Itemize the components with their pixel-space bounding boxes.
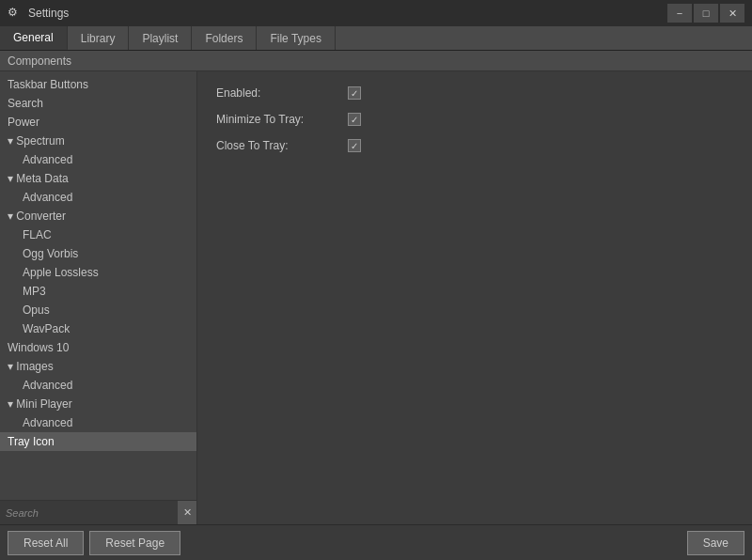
setting-row-close: Close To Tray: xyxy=(216,139,733,152)
list-item[interactable]: Windows 10 xyxy=(0,338,196,357)
tab-folders[interactable]: Folders xyxy=(192,26,257,50)
minimize-button[interactable]: − xyxy=(667,4,692,23)
checkbox-enabled[interactable] xyxy=(348,86,361,100)
checkbox-minimize[interactable] xyxy=(348,113,361,126)
checkbox-wrap-enabled xyxy=(348,86,361,100)
list-item[interactable]: Apple Lossless xyxy=(0,263,196,282)
bottombar-left: Reset All Reset Page xyxy=(8,531,180,555)
setting-label-minimize: Minimize To Tray: xyxy=(216,113,348,126)
list-item[interactable]: Opus xyxy=(0,301,196,319)
checkbox-close[interactable] xyxy=(348,139,361,152)
tab-general[interactable]: General xyxy=(0,26,68,50)
reset-page-button[interactable]: Reset Page xyxy=(89,531,180,555)
bottombar: Reset All Reset Page Save xyxy=(0,524,752,560)
right-panel: Enabled: Minimize To Tray: Close To Tray… xyxy=(197,71,752,524)
components-header: Components xyxy=(0,51,752,71)
list-item[interactable]: ▾ Meta Data xyxy=(0,169,196,188)
reset-all-button[interactable]: Reset All xyxy=(8,531,84,555)
list-item[interactable]: ▾ Spectrum xyxy=(0,132,196,150)
search-input[interactable] xyxy=(0,507,178,519)
content-area: Taskbar Buttons Search Power ▾ Spectrum … xyxy=(0,71,752,524)
setting-row-minimize: Minimize To Tray: xyxy=(216,113,733,126)
sidebar-list: Taskbar Buttons Search Power ▾ Spectrum … xyxy=(0,71,196,500)
list-item[interactable]: MP3 xyxy=(0,282,196,301)
setting-label-close: Close To Tray: xyxy=(216,139,348,152)
list-item[interactable]: ▾ Images xyxy=(0,357,196,376)
list-item[interactable]: WavPack xyxy=(0,319,196,338)
maximize-button[interactable]: □ xyxy=(694,4,718,23)
window-title: Settings xyxy=(28,7,667,20)
setting-row-enabled: Enabled: xyxy=(216,86,733,100)
list-item[interactable]: Advanced xyxy=(0,376,196,395)
list-item[interactable]: ▾ Mini Player xyxy=(0,395,196,413)
search-clear-button[interactable]: ✕ xyxy=(178,501,196,524)
sidebar: Taskbar Buttons Search Power ▾ Spectrum … xyxy=(0,71,197,524)
tab-library[interactable]: Library xyxy=(68,26,130,50)
checkbox-wrap-minimize xyxy=(348,113,361,126)
list-item[interactable]: Advanced xyxy=(0,150,196,169)
list-item[interactable]: Search xyxy=(0,94,196,113)
list-item[interactable]: Advanced xyxy=(0,413,196,432)
list-item[interactable]: Power xyxy=(0,113,196,132)
list-item[interactable]: Taskbar Buttons xyxy=(0,75,196,94)
checkbox-wrap-close xyxy=(348,139,361,152)
sidebar-search: ✕ xyxy=(0,500,196,524)
tab-filetypes[interactable]: File Types xyxy=(257,26,335,50)
titlebar: ⚙ Settings − □ ✕ xyxy=(0,0,752,26)
tab-playlist[interactable]: Playlist xyxy=(129,26,192,50)
close-button[interactable]: ✕ xyxy=(720,4,744,23)
setting-label-enabled: Enabled: xyxy=(216,86,348,100)
list-item[interactable]: ▾ Converter xyxy=(0,207,196,226)
tab-bar: General Library Playlist Folders File Ty… xyxy=(0,26,752,51)
list-item[interactable]: Ogg Vorbis xyxy=(0,244,196,263)
save-button[interactable]: Save xyxy=(687,531,744,555)
window-controls: − □ ✕ xyxy=(667,4,744,23)
list-item[interactable]: FLAC xyxy=(0,226,196,244)
list-item-tray-icon[interactable]: Tray Icon xyxy=(0,432,196,451)
list-item[interactable]: Advanced xyxy=(0,188,196,207)
app-icon: ⚙ xyxy=(8,6,23,21)
main-content: Components Taskbar Buttons Search Power … xyxy=(0,51,752,524)
